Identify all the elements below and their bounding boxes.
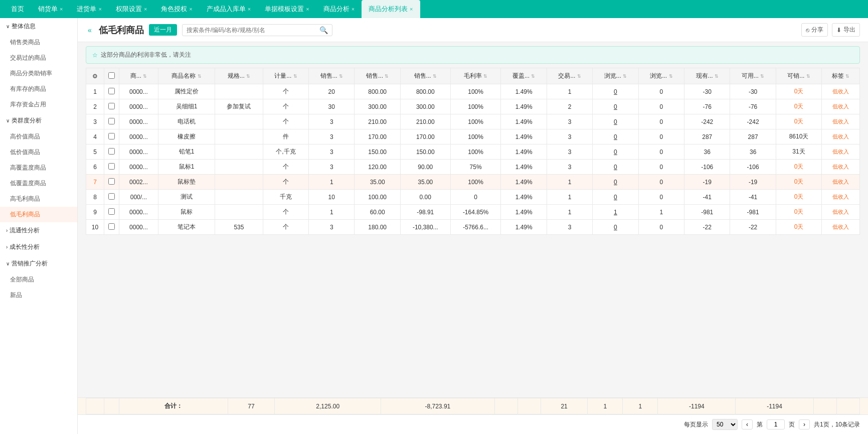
sidebar-item-traded[interactable]: 交易过的商品 [0,50,77,66]
sidebar-collapse-btn[interactable]: « [86,26,94,34]
nav-role-auth[interactable]: 角色授权 × [154,0,199,18]
row-checkbox[interactable] [108,193,115,200]
col-view2[interactable]: 浏览... ⇅ [638,68,684,84]
sidebar-item-in-stock[interactable]: 有库存的商品 [0,81,77,97]
search-icon[interactable]: 🔍 [319,26,328,34]
row-checkbox[interactable] [108,133,115,139]
row-checkbox[interactable] [108,103,115,109]
row-view1[interactable]: 0 [593,175,638,190]
col-trade-count[interactable]: 交易... ⇅ [547,68,592,84]
nav-sales-order[interactable]: 销货单 × [31,0,70,18]
row-checkbox[interactable] [108,163,115,170]
nav-close-template[interactable]: × [306,0,309,18]
search-input[interactable] [187,27,317,34]
nav-template-settings[interactable]: 单据模板设置 × [258,0,316,18]
row-sale-price: 150.00 [355,144,400,160]
total-current-stock: -1194 [658,398,736,414]
row-checkbox-cell[interactable] [104,175,119,190]
col-name[interactable]: 商品名称 ⇅ [158,68,215,84]
row-view1[interactable]: 0 [593,99,638,114]
share-button[interactable]: ⎋ 分享 [801,23,828,37]
row-checkbox[interactable] [108,148,115,155]
col-sale-qty[interactable]: 销售... ⇅ [309,68,355,84]
nav-close-permission[interactable]: × [144,0,147,18]
sidebar-group-title-overall[interactable]: ∨ 整体信息 [0,18,77,35]
nav-close-analysis[interactable]: × [352,0,355,18]
col-coverage[interactable]: 覆盖... ⇅ [501,68,547,84]
sidebar-item-high-coverage[interactable]: 高覆盖度商品 [0,160,77,176]
sidebar-item-new-products[interactable]: 新品 [0,287,77,303]
col-sale-amount[interactable]: 销售... ⇅ [400,68,450,84]
sidebar-group-title-cluster[interactable]: ∨ 类群度分析 [0,112,77,129]
row-sellable-days: 0天 [776,175,821,190]
nav-analysis-list[interactable]: 商品分析列表 × [362,0,420,18]
sidebar-item-all-products[interactable]: 全部商品 [0,272,77,287]
sidebar-item-high-value[interactable]: 高价值商品 [0,129,77,144]
nav-close-role[interactable]: × [189,0,192,18]
nav-close-sales-order[interactable]: × [60,0,63,18]
sidebar-item-low-coverage[interactable]: 低覆盖度商品 [0,176,77,191]
row-checkbox[interactable] [108,208,115,215]
nav-purchase-order[interactable]: 进货单 × [70,0,108,18]
row-checkbox[interactable] [108,118,115,124]
row-coverage: 1.49% [501,205,547,220]
next-page-btn[interactable]: › [799,419,810,429]
sidebar-item-sales-category[interactable]: 销售类商品 [0,35,77,50]
sidebar-item-low-margin[interactable]: 低毛利商品 [0,207,77,222]
per-page-select[interactable]: 50 20 100 [712,419,738,430]
row-view1[interactable]: 0 [593,160,638,175]
col-settings[interactable]: ⚙ [86,68,104,84]
row-checkbox[interactable] [108,88,115,94]
current-page-input[interactable] [767,419,785,429]
select-all-checkbox[interactable] [108,72,115,79]
row-view1[interactable]: 0 [593,220,638,235]
row-checkbox-cell[interactable] [104,190,119,205]
filter-recent-month[interactable]: 近一月 [149,24,177,36]
col-unit[interactable]: 计量... ⇅ [263,68,308,84]
total-label: 合计： [119,398,228,414]
notice-text: 这部分商品的利润非常低，请关注 [101,51,191,59]
nav-home[interactable]: 首页 [4,0,31,18]
col-tag[interactable]: 标签 ⇅ [822,68,860,84]
nav-close-analysis-list[interactable]: × [410,0,413,18]
row-view1[interactable]: 0 [593,190,638,205]
row-view1[interactable]: 0 [593,114,638,129]
prev-page-btn[interactable]: ‹ [742,419,753,429]
row-checkbox-cell[interactable] [104,84,119,99]
sidebar-group-title-marketing[interactable]: ∨ 营销推广分析 [0,255,77,272]
row-checkbox-cell[interactable] [104,129,119,144]
row-checkbox-cell[interactable] [104,99,119,114]
nav-product-analysis[interactable]: 商品分析 × [316,0,362,18]
nav-product-entry[interactable]: 产成品入库单 × [200,0,258,18]
col-spec[interactable]: 规格... ⇅ [215,68,263,84]
nav-close-product-entry[interactable]: × [248,0,251,18]
col-current-stock[interactable]: 现有... ⇅ [684,68,730,84]
col-code[interactable]: 商... ⇅ [119,68,158,84]
nav-permission-settings[interactable]: 权限设置 × [109,0,154,18]
sidebar-group-title-circulation[interactable]: › 流通性分析 [0,222,77,239]
row-view1[interactable]: 0 [593,129,638,144]
col-available-stock[interactable]: 可用... ⇅ [730,68,776,84]
row-view1[interactable]: 1 [593,205,638,220]
col-sale-price[interactable]: 销售... ⇅ [355,68,400,84]
sidebar-group-title-growth[interactable]: › 成长性分析 [0,239,77,255]
row-checkbox-cell[interactable] [104,205,119,220]
col-checkbox[interactable] [104,68,119,84]
row-checkbox-cell[interactable] [104,160,119,175]
sidebar-item-category-rate[interactable]: 商品分类助销率 [0,66,77,81]
nav-close-purchase-order[interactable]: × [98,0,101,18]
col-view1[interactable]: 浏览... ⇅ [593,68,638,84]
row-checkbox[interactable] [108,223,115,230]
row-checkbox-cell[interactable] [104,144,119,160]
row-view1[interactable]: 0 [593,144,638,160]
col-sellable-days[interactable]: 可销... ⇅ [776,68,821,84]
sidebar-item-high-margin[interactable]: 高毛利商品 [0,191,77,207]
row-checkbox-cell[interactable] [104,220,119,235]
row-checkbox[interactable] [108,178,115,185]
sidebar-item-low-value[interactable]: 低价值商品 [0,144,77,160]
sidebar-item-stock-fund[interactable]: 库存资金占用 [0,97,77,112]
row-checkbox-cell[interactable] [104,114,119,129]
export-button[interactable]: ⬇ 导出 [832,23,860,37]
row-view1[interactable]: 0 [593,84,638,99]
col-gross-margin[interactable]: 毛利率 ⇅ [450,68,501,84]
